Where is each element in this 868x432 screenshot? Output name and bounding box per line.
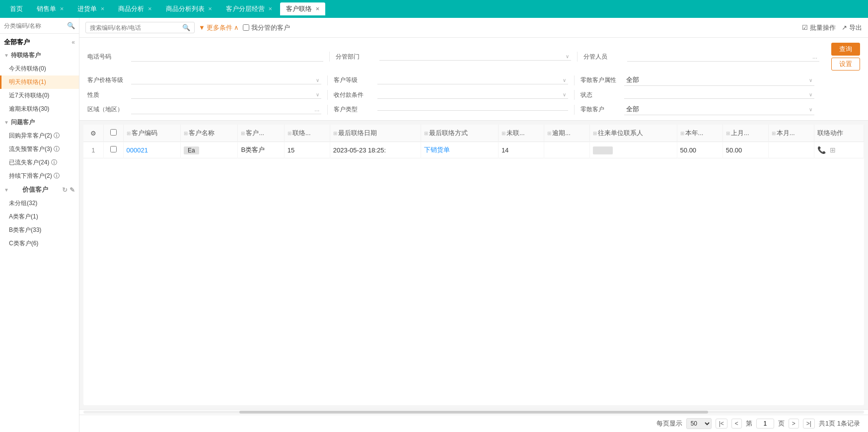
sidebar-all-customers[interactable]: 全部客户 « [0,34,79,49]
filter-retail-customer: 零散客户 全部 ∨ [580,104,814,115]
nav-close-contact[interactable]: × [316,5,320,12]
sort-this-year[interactable]: 本年... [680,129,720,138]
query-btn[interactable]: 查询 [831,43,860,56]
col-settings[interactable]: ⚙ [83,125,103,142]
per-page-select[interactable]: 50 20 100 [686,418,712,429]
sidebar-group-pending[interactable]: 待联络客户 [0,49,79,62]
sort-not-contacted[interactable]: 未联... [502,129,541,138]
payment-select[interactable]: ∨ [377,91,568,99]
col-action: 联络动作 [814,125,864,142]
customer-name-masked[interactable]: Ea [184,146,199,154]
sidebar-item-ungroup[interactable]: 未分组(32) [0,197,79,210]
sidebar-item-lost[interactable]: 已流失客户(24) ⓘ [0,156,79,169]
more-filters-btn[interactable]: ▼ 更多条件 ∧ [199,23,239,32]
customer-type-select[interactable] [377,108,568,111]
row-last-date: 2023-05-23 18:25: [330,142,421,158]
my-customers-checkbox[interactable] [243,24,249,31]
scrollbar-track [83,411,864,414]
sidebar-item-b-class[interactable]: B类客户(33) [0,223,79,237]
value-refresh-icon[interactable]: ↻ [62,186,68,194]
sort-code[interactable]: 客户编码 [127,129,177,138]
row-not-contacted: 14 [498,142,544,158]
sidebar-item-abnormal[interactable]: 回购异常客户(2) ⓘ [0,129,79,143]
row-checkbox [103,142,123,158]
row-last-method: 下销货单 [421,142,498,158]
table-row: 1 000021 Ea B类客户 15 2023-05-23 18:25: 下销… [83,142,864,158]
sidebar-item-overdue[interactable]: 逾期未联络(30) [0,102,79,116]
customer-level-select[interactable]: ∨ [377,76,568,84]
reset-btn[interactable]: 设置 [831,58,860,71]
sidebar-item-declining[interactable]: 持续下滑客户(2) ⓘ [0,169,79,183]
phone-input[interactable] [131,52,323,62]
filter-row-2: 客户价格等级 ∨ 客户等级 ∨ 零散客户属性 [87,74,860,86]
nav-customer-contact[interactable]: 客户联络 × [280,2,325,15]
sort-overdue[interactable]: 逾期... [547,129,586,138]
main-layout: 🔍 全部客户 « 待联络客户 今天待联络(0) 明天待联络(1) 近7天待联络(… [0,18,868,432]
export-btn[interactable]: ↗ 导出 [842,23,862,32]
region-select[interactable]: ... [131,105,321,114]
nav-close-analysis[interactable]: × [148,5,152,12]
manager-ellipsis[interactable]: ... [812,53,817,60]
search-input[interactable] [90,24,182,31]
filter-customer-type: 客户类型 [334,105,568,114]
content-area: 🔍 ▼ 更多条件 ∧ 我分管的客户 ☑ 批量操作 ↗ 导出 [79,18,868,432]
nav-close-sales[interactable]: × [60,5,64,12]
sort-name[interactable]: 客户名称 [184,129,234,138]
retail-attr-select[interactable]: 全部 ∨ [624,74,814,86]
sort-this-month[interactable]: 本月... [772,129,811,138]
customer-code-link[interactable]: 000021 [127,146,148,154]
nature-select[interactable]: ∨ [131,91,321,99]
sidebar-item-tomorrow[interactable]: 明天待联络(1) [0,75,79,89]
row-select-checkbox[interactable] [110,146,117,152]
sidebar-item-today[interactable]: 今天待联络(0) [0,62,79,75]
last-page-btn[interactable]: >| [803,419,815,429]
nav-analysis-list[interactable]: 商品分析列表 × [160,2,218,15]
phone-action-icon[interactable]: 📞 [817,146,826,154]
filter-actions: 查询 设置 [831,43,860,71]
sidebar-group-value[interactable]: 价值客户 ↻ ✎ [0,183,79,197]
sidebar-item-c-class[interactable]: C类客户(6) [0,237,79,250]
next-page-btn[interactable]: > [789,419,799,429]
nav-sales[interactable]: 销售单 × [31,2,70,15]
batch-op-btn[interactable]: ☑ 批量操作 [802,23,836,32]
retail-customer-select[interactable]: 全部 ∨ [624,104,814,115]
nav-home[interactable]: 首页 [4,2,29,15]
sort-unit-contact[interactable]: 往来单位联系人 [593,129,673,138]
grid-action-icon[interactable]: ⊞ [830,146,836,154]
prev-page-btn[interactable]: < [731,419,742,429]
price-level-select[interactable]: ∨ [131,76,321,84]
last-method-link[interactable]: 下销货单 [424,146,450,153]
sort-contact-count[interactable]: 联络... [288,129,327,138]
nav-analysis[interactable]: 商品分析 × [112,2,157,15]
nav-close-analysis-list[interactable]: × [208,5,212,12]
region-ellipsis[interactable]: ... [314,106,319,113]
col-last-date: 最后联络日期 [330,125,421,142]
sidebar-item-7days[interactable]: 近7天待联络(0) [0,89,79,102]
search-bar: 🔍 ▼ 更多条件 ∧ 我分管的客户 ☑ 批量操作 ↗ 导出 [79,18,868,38]
dept-select[interactable]: ∨ [379,53,572,61]
select-all-checkbox[interactable] [110,129,117,136]
sort-last-method[interactable]: 最后联络方式 [424,129,495,138]
nav-close-tier[interactable]: × [269,5,273,12]
manager-select[interactable]: ... [627,52,819,62]
value-edit-icon[interactable]: ✎ [70,186,75,194]
nav-customer-tier[interactable]: 客户分层经营 × [220,2,278,15]
sidebar-item-churn-warn[interactable]: 流失预警客户(3) ⓘ [0,143,79,156]
first-page-btn[interactable]: |< [716,419,727,429]
nav-close-purchase[interactable]: × [101,5,105,12]
batch-op-label: 批量操作 [810,23,836,32]
sort-last-date[interactable]: 最后联络日期 [333,129,418,138]
scrollbar-thumb[interactable] [239,411,708,414]
status-select[interactable]: ∨ [624,91,814,99]
sort-type[interactable]: 客户... [241,129,281,138]
sidebar-item-a-class[interactable]: A类客户(1) [0,210,79,223]
sidebar-group-problem[interactable]: 问题客户 [0,116,79,129]
nav-purchase[interactable]: 进货单 × [72,2,110,15]
page-number-input[interactable] [756,419,774,429]
sidebar-collapse-icon[interactable]: « [72,39,75,46]
sort-last-month[interactable]: 上月... [726,129,765,138]
sidebar-search-input[interactable] [4,22,67,29]
search-icon[interactable]: 🔍 [182,24,190,31]
sidebar-search-icon[interactable]: 🔍 [67,22,75,29]
export-icon: ↗ [842,24,847,31]
